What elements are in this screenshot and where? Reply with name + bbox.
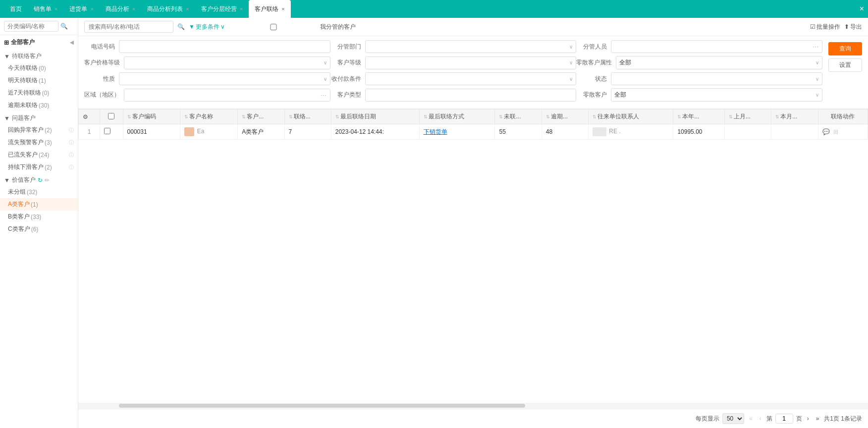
page-number-input[interactable] <box>775 414 793 424</box>
filter-row-2: 客户价格等级 ∨ 客户等级 ∨ <box>84 56 822 69</box>
scattered-attr-dropdown[interactable]: 全部 ∨ <box>616 56 822 69</box>
col-this-year[interactable]: ⇅ 本年... <box>673 109 725 124</box>
edit-icon[interactable]: ✏ <box>45 177 50 184</box>
col-contact-sort-icon: ⇅ <box>289 114 293 119</box>
close-customer-segment-tab[interactable]: × <box>240 6 243 12</box>
status-dropdown[interactable]: ∨ <box>611 72 822 85</box>
nav-product-analysis[interactable]: 商品分析 × <box>100 0 141 18</box>
value-customers-title[interactable]: ▼ 价值客户 ↻ ✏ <box>0 173 78 186</box>
sidebar-class-c[interactable]: C类客户 (6) <box>0 223 78 235</box>
sidebar-class-b[interactable]: B类客户 (33) <box>0 211 78 223</box>
row-checkbox-cell[interactable] <box>100 124 123 140</box>
col-uncontacted[interactable]: ⇅ 未联... <box>495 109 542 124</box>
sidebar-search-icon[interactable]: 🔍 <box>60 23 68 30</box>
my-customers-checkbox-label[interactable]: 我分管的客户 <box>229 23 356 31</box>
close-product-list-tab[interactable]: × <box>186 6 189 12</box>
sidebar-repurchase-abnormal[interactable]: 回购异常客户 (2) ⓘ <box>0 124 78 136</box>
last-method-cell[interactable]: 下销货单 <box>419 124 495 140</box>
nav-purchase[interactable]: 进货单 × <box>63 0 99 18</box>
page-size-select[interactable]: 50 <box>722 413 744 424</box>
next-page-button[interactable]: › <box>805 414 811 423</box>
manager-label: 分管人员 <box>576 43 611 51</box>
scattered-attr-label: 零散客户属性 <box>576 58 616 67</box>
col-last-date[interactable]: ⇅ 最后联络日期 <box>331 109 419 124</box>
region-field[interactable]: ··· <box>124 89 330 102</box>
horizontal-scrollbar[interactable] <box>78 403 868 409</box>
customer-tier-dropdown[interactable]: ∨ <box>365 56 577 69</box>
nav-customer-contact[interactable]: 客户联络 × <box>249 0 290 18</box>
col-overdue[interactable]: ⇅ 逾期... <box>542 109 588 124</box>
col-checkbox[interactable] <box>100 109 123 124</box>
close-sales-tab[interactable]: × <box>54 6 57 12</box>
problem-customers-title[interactable]: ▼ 问题客户 <box>0 111 78 124</box>
close-purchase-tab[interactable]: × <box>90 6 93 12</box>
close-product-analysis-tab[interactable]: × <box>132 6 135 12</box>
query-button[interactable]: 查询 <box>828 42 862 55</box>
scattered-dropdown[interactable]: 全部 ∨ <box>611 88 822 102</box>
sidebar-overdue-pending[interactable]: 逾期未联络 (30) <box>0 99 78 111</box>
nav-product-list[interactable]: 商品分析列表 × <box>141 0 195 18</box>
pending-contact-title[interactable]: ▼ 待联络客户 <box>0 50 78 62</box>
search-input[interactable] <box>84 21 173 33</box>
sidebar-declining[interactable]: 持续下滑客户 (2) ⓘ <box>0 161 78 173</box>
action-cell: 💬 ⊞ <box>818 124 868 140</box>
col-code[interactable]: ⇅ 客户编码 <box>123 109 180 124</box>
sidebar-search-input[interactable] <box>4 21 58 32</box>
customer-name-cell: Ea <box>180 124 238 140</box>
last-page-button[interactable]: » <box>814 414 821 423</box>
overdue-cell: 48 <box>542 124 588 140</box>
sidebar-tomorrow-pending[interactable]: 明天待联络 (1) <box>0 74 78 87</box>
setting-button[interactable]: 设置 <box>828 58 862 72</box>
scrollbar-thumb[interactable] <box>119 404 525 408</box>
select-all-checkbox[interactable] <box>108 113 114 119</box>
col-name[interactable]: ⇅ 客户名称 <box>180 109 238 124</box>
customer-type-field[interactable] <box>365 89 577 102</box>
table-row: 1 000031 Ea A类客户 7 2023-04-12 14:44: <box>79 124 868 140</box>
page-size-label: 每页显示 <box>696 415 719 423</box>
nav-home[interactable]: 首页 <box>4 0 28 18</box>
qr-icon[interactable]: ⊞ <box>833 128 838 135</box>
first-page-button[interactable]: « <box>747 414 755 423</box>
export-button[interactable]: ⬆ 导出 <box>844 23 862 31</box>
message-icon[interactable]: 💬 <box>822 128 830 135</box>
payment-dropdown[interactable]: ∨ <box>365 72 577 85</box>
sidebar-churn-warning[interactable]: 流失预警客户 (3) ⓘ <box>0 136 78 149</box>
department-dropdown[interactable]: ∨ <box>365 40 577 53</box>
col-contacts-person[interactable]: ⇅ 往来单位联系人 <box>588 109 673 124</box>
filter-button[interactable]: ▼ 更多条件 ∨ <box>189 23 225 31</box>
export-icon: ⬆ <box>844 23 849 30</box>
col-this-month[interactable]: ⇅ 本月... <box>771 109 818 124</box>
sidebar-7day-pending[interactable]: 近7天待联络 (0) <box>0 87 78 99</box>
phone-field[interactable] <box>119 40 330 53</box>
search-button[interactable]: 🔍 <box>177 23 185 30</box>
price-tier-dropdown[interactable]: ∨ <box>124 56 330 69</box>
row-checkbox[interactable] <box>104 128 110 134</box>
col-contact[interactable]: ⇅ 联络... <box>284 109 331 124</box>
col-settings[interactable]: ⚙ <box>79 109 100 124</box>
batch-operations-button[interactable]: ☑ 批量操作 <box>810 23 840 31</box>
col-last-month[interactable]: ⇅ 上月... <box>725 109 771 124</box>
my-customers-checkbox[interactable] <box>229 24 318 30</box>
content-area: 🔍 ▼ 更多条件 ∨ 我分管的客户 ☑ 批量操作 ⬆ 导出 <box>78 18 868 428</box>
sidebar-unclassified[interactable]: 未分组 (32) <box>0 186 78 198</box>
window-close-button[interactable]: × <box>860 4 864 13</box>
nav-customer-segment[interactable]: 客户分层经营 × <box>195 0 249 18</box>
scattered-arrow: ∨ <box>815 92 819 98</box>
prev-page-button[interactable]: ‹ <box>758 414 763 423</box>
close-customer-contact-tab[interactable]: × <box>281 6 284 12</box>
table-header-row: ⚙ ⇅ 客户编码 <box>79 109 868 124</box>
filter-phone: 电话号码 <box>84 40 330 53</box>
last-date-cell: 2023-04-12 14:44: <box>331 124 419 140</box>
sidebar-all-customers-title[interactable]: ⊞ 全部客户 ◀ <box>0 35 78 50</box>
settings-icon[interactable]: ⚙ <box>83 113 88 120</box>
sidebar-churned[interactable]: 已流失客户 (24) ⓘ <box>0 149 78 161</box>
row-number: 1 <box>79 124 100 140</box>
col-type[interactable]: ⇅ 客户... <box>238 109 284 124</box>
nature-dropdown[interactable]: ∨ <box>119 72 330 85</box>
sidebar-today-pending[interactable]: 今天待联络 (0) <box>0 62 78 74</box>
sidebar-class-a[interactable]: A类客户 (1) <box>0 198 78 211</box>
col-last-method[interactable]: ⇅ 最后联络方式 <box>419 109 495 124</box>
nav-sales[interactable]: 销售单 × <box>28 0 63 18</box>
manager-field[interactable]: ··· <box>611 40 822 53</box>
refresh-icon[interactable]: ↻ <box>38 177 43 184</box>
